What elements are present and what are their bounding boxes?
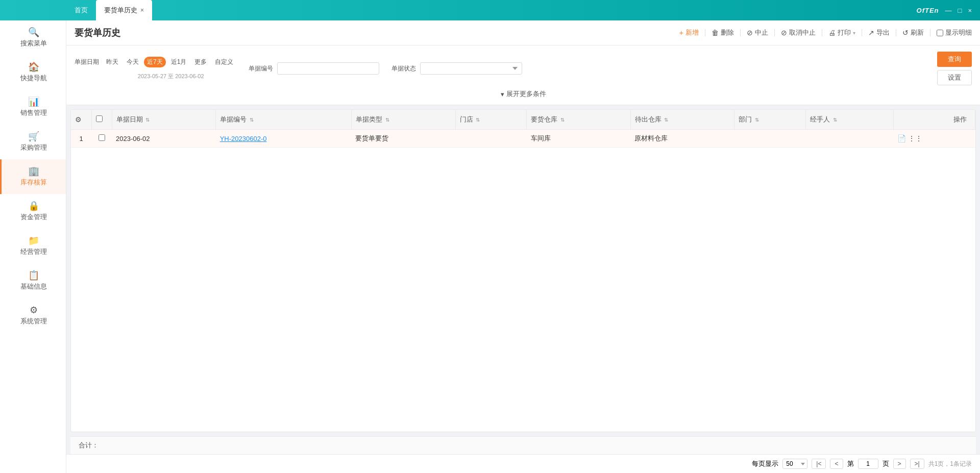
col-order-type-sort-icon[interactable]: ⇅: [385, 117, 389, 123]
sidebar-item-sales[interactable]: 📊 销售管理: [0, 90, 66, 125]
next-page-button[interactable]: >: [893, 459, 906, 469]
print-arrow-icon: ▾: [853, 30, 855, 36]
page-size-label: 每页显示: [752, 459, 778, 468]
col-order-no-sort-icon[interactable]: ⇅: [250, 117, 254, 123]
order-no-input[interactable]: [277, 62, 379, 75]
stop-button[interactable]: ⊘ 中止: [747, 28, 768, 37]
row-checkbox[interactable]: [99, 134, 105, 141]
table-footer: 合计：: [70, 436, 976, 454]
search-menu-icon: 🔍: [28, 28, 39, 37]
query-button[interactable]: 查询: [937, 52, 972, 67]
date-btn-7days[interactable]: 近7天: [144, 57, 166, 67]
sidebar-item-base-info[interactable]: 📋 基础信息: [0, 264, 66, 298]
new-button[interactable]: + 新增: [679, 28, 699, 37]
purchase-icon: 🛒: [28, 132, 39, 141]
window-close[interactable]: ×: [968, 7, 972, 14]
column-settings-icon[interactable]: ⚙: [75, 115, 82, 124]
col-date-label: 单据日期: [116, 115, 143, 123]
tab-close-icon[interactable]: ×: [140, 7, 144, 14]
window-maximize[interactable]: □: [958, 7, 962, 14]
col-department-sort-icon[interactable]: ⇅: [755, 117, 759, 123]
col-handler: 经手人 ⇅: [806, 110, 894, 130]
sidebar-label-operations: 经营管理: [20, 247, 47, 256]
footer-summary: 合计：: [79, 441, 968, 450]
page-number-input[interactable]: [858, 459, 878, 469]
table-row: 1 2023-06-02 YH-20230602-0 要货单要货 车间库 原材料…: [71, 130, 975, 148]
date-btn-today[interactable]: 今天: [124, 57, 142, 67]
settings-button[interactable]: 设置: [937, 70, 972, 85]
row-no: 1: [71, 130, 91, 148]
first-page-button[interactable]: |<: [812, 459, 826, 469]
data-table: ⚙ 单据日期 ⇅ 单据编号 ⇅: [71, 110, 975, 148]
sidebar-item-purchase[interactable]: 🛒 采购管理: [0, 125, 66, 159]
sidebar-label-sales: 销售管理: [20, 108, 47, 117]
order-status-select[interactable]: [420, 62, 522, 75]
col-date: 单据日期 ⇅: [112, 110, 216, 130]
sidebar-item-system[interactable]: ⚙ 系统管理: [0, 298, 66, 333]
sidebar-label-inventory: 库存核算: [20, 178, 47, 187]
sep4: [822, 29, 822, 36]
row-operations: 📄 ⋮⋮: [893, 130, 975, 148]
show-detail-button[interactable]: 显示明细: [937, 28, 972, 37]
date-filter: 单据日期 昨天 今天 近7天 近1月 更多 自定义 2023-05-27 至 2…: [75, 57, 236, 80]
cancel-stop-label: 取消中止: [789, 28, 816, 37]
top-bar-right: OfTEn — □ ×: [917, 7, 980, 14]
row-edit-icon[interactable]: 📄: [897, 134, 906, 143]
tab-order-history[interactable]: 要货单历史 ×: [96, 0, 152, 20]
date-btn-1month[interactable]: 近1月: [168, 57, 190, 67]
col-date-sort-icon[interactable]: ⇅: [145, 117, 150, 123]
sidebar-item-operations[interactable]: 📁 经营管理: [0, 229, 66, 264]
delete-button[interactable]: 🗑 删除: [712, 28, 734, 37]
row-order-type: 要货单要货: [351, 130, 455, 148]
sidebar-item-inventory[interactable]: 🏢 库存核算: [0, 159, 66, 194]
col-order-no: 单据编号 ⇅: [216, 110, 352, 130]
col-handler-label: 经手人: [810, 115, 830, 123]
search-row-1: 单据日期 昨天 今天 近7天 近1月 更多 自定义 2023-05-27 至 2…: [75, 52, 972, 85]
expand-more[interactable]: ▾ 展开更多条件: [75, 89, 972, 99]
col-settings: ⚙: [71, 110, 91, 130]
export-icon: ↗: [868, 29, 874, 37]
prev-page-button[interactable]: <: [830, 459, 843, 469]
export-button[interactable]: ↗ 导出: [868, 28, 890, 37]
cancel-stop-button[interactable]: ⊘ 取消中止: [781, 28, 816, 37]
date-label: 单据日期: [75, 58, 99, 66]
show-detail-checkbox[interactable]: [937, 30, 943, 36]
row-pending-warehouse: 原材料仓库: [630, 130, 734, 148]
delete-icon: 🗑: [712, 29, 719, 37]
row-order-no[interactable]: YH-20230602-0: [216, 130, 352, 148]
tab-home-label: 首页: [75, 6, 88, 15]
print-button[interactable]: 🖨 打印 ▾: [828, 28, 855, 37]
operations-icon: 📁: [28, 236, 39, 245]
row-department: [734, 130, 806, 148]
sidebar-item-search-menu[interactable]: 🔍 搜索菜单: [0, 20, 66, 55]
sidebar-item-quick-nav[interactable]: 🏠 快捷导航: [0, 55, 66, 90]
order-no-label: 单据编号: [249, 64, 273, 73]
last-page-button[interactable]: >|: [910, 459, 924, 469]
page-header: 要货单历史 + 新增 🗑 删除 ⊘ 中止 ⊘: [66, 20, 980, 45]
col-store-sort-icon[interactable]: ⇅: [476, 117, 480, 123]
row-req-warehouse: 车间库: [527, 130, 631, 148]
tab-home[interactable]: 首页: [66, 0, 96, 20]
print-label: 打印: [838, 28, 851, 37]
refresh-button[interactable]: ↺ 刷新: [902, 28, 924, 37]
row-more-icon[interactable]: ⋮⋮: [908, 134, 922, 143]
date-btn-yesterday[interactable]: 昨天: [103, 57, 121, 67]
sidebar-label-system: 系统管理: [20, 317, 47, 326]
page-size-select[interactable]: 50 10 20 100: [782, 459, 807, 469]
tab-order-history-label: 要货单历史: [104, 6, 137, 15]
sales-icon: 📊: [28, 97, 39, 106]
col-order-type-label: 单据类型: [356, 115, 382, 123]
inventory-icon: 🏢: [28, 167, 39, 176]
date-btn-custom[interactable]: 自定义: [212, 57, 236, 67]
col-pending-warehouse-sort-icon[interactable]: ⇅: [664, 117, 668, 123]
window-minimize[interactable]: —: [945, 7, 952, 14]
select-all-checkbox[interactable]: [96, 115, 103, 122]
delete-label: 删除: [721, 28, 734, 37]
sep6: [896, 29, 896, 36]
new-icon: +: [679, 29, 683, 37]
col-req-warehouse-sort-icon[interactable]: ⇅: [560, 117, 565, 123]
col-pending-warehouse: 待出仓库 ⇅: [630, 110, 734, 130]
col-handler-sort-icon[interactable]: ⇅: [833, 117, 837, 123]
sidebar-item-finance[interactable]: 🔒 资金管理: [0, 194, 66, 229]
date-btn-more[interactable]: 更多: [191, 57, 210, 67]
